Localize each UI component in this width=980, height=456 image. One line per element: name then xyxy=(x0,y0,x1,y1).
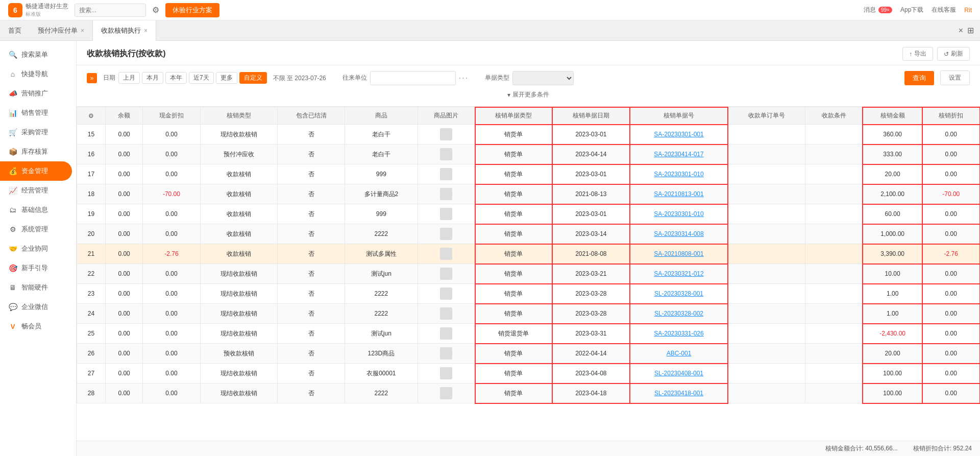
cell-bill-no[interactable]: SA-20230301-001 xyxy=(630,125,728,145)
cell-bill-no[interactable]: SA-20230301-010 xyxy=(630,204,728,224)
cell-bill-no[interactable]: SL-20230418-001 xyxy=(630,383,728,403)
tab-collection[interactable]: 收款核销执行 × xyxy=(93,20,156,41)
cell-order-no xyxy=(728,304,805,324)
cell-bill-date: 2023-04-08 xyxy=(552,364,629,383)
sidebar-item-quicknav[interactable]: ⌂ 快捷导航 xyxy=(0,64,76,84)
filter-toggle-arrow[interactable]: » xyxy=(87,73,97,83)
sidebar: 🔍 搜索菜单 ⌂ 快捷导航 📣 营销推广 📊 销售管理 🛒 采购管理 📦 库存核… xyxy=(0,41,77,456)
billtype-select[interactable] xyxy=(512,71,574,85)
cell-settled: 否 xyxy=(278,244,345,264)
col-header-bill-type: 核销单据类型 xyxy=(475,107,552,125)
tabs-right: × ⊞ xyxy=(959,26,980,35)
tab-prepay[interactable]: 预付冲应付单 × xyxy=(30,20,93,41)
date-btn-7days[interactable]: 近7天 xyxy=(189,72,214,84)
cell-order-no xyxy=(728,164,805,184)
partner-input[interactable] xyxy=(370,71,456,85)
gear-button[interactable]: ⚙ xyxy=(152,5,159,15)
cell-bill-type: 销货单 xyxy=(475,184,552,204)
cell-settled: 否 xyxy=(278,364,345,383)
date-btn-custom[interactable]: 自定义 xyxy=(239,72,267,84)
cell-bill-no[interactable]: SL-20230328-002 xyxy=(630,304,728,324)
cell-type: 现结收款核销 xyxy=(200,383,277,403)
cell-id: 26 xyxy=(77,344,106,364)
cell-pay-cond xyxy=(805,224,863,244)
cell-bill-date: 2023-04-14 xyxy=(552,145,629,164)
cell-id: 16 xyxy=(77,145,106,164)
cell-order-no xyxy=(728,184,805,204)
close-tab-btn[interactable]: × xyxy=(959,26,963,35)
cell-goods-img xyxy=(418,184,475,204)
date-btn-this-year[interactable]: 本年 xyxy=(165,72,187,84)
cell-goods-img xyxy=(418,324,475,344)
cell-bill-no[interactable]: SL-20230328-001 xyxy=(630,284,728,304)
sidebar-item-system[interactable]: ⚙ 系统管理 xyxy=(0,220,76,239)
sidebar-item-operations[interactable]: 📈 经营管理 xyxy=(0,181,76,200)
sidebar-item-inventory[interactable]: 📦 库存核算 xyxy=(0,142,76,161)
cell-bill-date: 2021-08-08 xyxy=(552,244,629,264)
cell-amount: 1.00 xyxy=(863,284,922,304)
cell-amount: 1,000.00 xyxy=(863,224,922,244)
sidebar-item-purchase[interactable]: 🛒 采购管理 xyxy=(0,123,76,142)
tab-home[interactable]: 首页 xyxy=(0,20,30,41)
cell-cash-discount: 0.00 xyxy=(143,224,200,244)
cell-bill-type: 销货单 xyxy=(475,284,552,304)
expand-tab-btn[interactable]: ⊞ xyxy=(967,26,974,35)
sidebar-item-wechat[interactable]: 💬 企业微信 xyxy=(0,297,76,317)
sidebar-item-basicinfo[interactable]: 🗂 基础信息 xyxy=(0,200,76,220)
date-btn-more[interactable]: 更多 xyxy=(216,72,237,84)
cell-goods: 老白干 xyxy=(345,145,418,164)
cell-bill-no[interactable]: SA-20230314-008 xyxy=(630,224,728,244)
sidebar-item-sales[interactable]: 📊 销售管理 xyxy=(0,103,76,123)
logo-badge: 标准版 xyxy=(26,11,68,18)
cell-id: 25 xyxy=(77,324,106,344)
refresh-button[interactable]: ↺ 刷新 xyxy=(937,47,970,61)
cell-goods: 测试jun xyxy=(345,264,418,284)
online-service-link[interactable]: 在线客服 xyxy=(932,6,956,14)
cell-balance: 0.00 xyxy=(105,204,142,224)
date-btn-last-month[interactable]: 上月 xyxy=(118,72,140,84)
tab-collection-close[interactable]: × xyxy=(144,27,148,34)
cell-bill-no[interactable]: SA-20230331-026 xyxy=(630,324,728,344)
message-link[interactable]: 消息 99+ xyxy=(864,6,892,14)
sidebar-item-finance[interactable]: 💰 资金管理 xyxy=(0,161,72,181)
sidebar-item-guide[interactable]: 🎯 新手引导 xyxy=(0,258,76,278)
cell-cash-discount: 0.00 xyxy=(143,164,200,184)
sidebar-item-marketing[interactable]: 📣 营销推广 xyxy=(0,84,76,103)
cell-order-no xyxy=(728,383,805,403)
cell-bill-no[interactable]: SA-20230414-017 xyxy=(630,145,728,164)
cell-bill-no[interactable]: SA-20210808-001 xyxy=(630,244,728,264)
query-button[interactable]: 查询 xyxy=(904,71,934,85)
sidebar-item-search[interactable]: 🔍 搜索菜单 xyxy=(0,45,76,64)
cell-bill-no[interactable]: SA-20210813-001 xyxy=(630,184,728,204)
cell-goods-img xyxy=(418,383,475,403)
cell-type: 现结收款核销 xyxy=(200,284,277,304)
cell-cash-discount: 0.00 xyxy=(143,204,200,224)
cell-bill-no[interactable]: SL-20230408-001 xyxy=(630,364,728,383)
search-input[interactable] xyxy=(75,4,146,17)
col-header-settings[interactable]: ⚙ xyxy=(77,107,106,125)
cell-pay-cond xyxy=(805,244,863,264)
date-btn-this-month[interactable]: 本月 xyxy=(142,72,163,84)
cell-bill-no[interactable]: SA-20230321-012 xyxy=(630,264,728,284)
sidebar-item-hardware[interactable]: 🖥 智能硬件 xyxy=(0,278,76,297)
cell-id: 20 xyxy=(77,224,106,244)
setting-button[interactable]: 设置 xyxy=(940,70,970,85)
cell-bill-no[interactable]: SA-20230301-010 xyxy=(630,164,728,184)
cell-bill-no[interactable]: ABC-001 xyxy=(630,344,728,364)
app-download-link[interactable]: App下载 xyxy=(900,6,923,14)
cell-bill-type: 销货单 xyxy=(475,344,552,364)
search-icon: 🔍 xyxy=(8,50,17,59)
cell-settled: 否 xyxy=(278,324,345,344)
cell-balance: 0.00 xyxy=(105,264,142,284)
tab-prepay-close[interactable]: × xyxy=(81,27,84,34)
partner-dots-button[interactable]: ··· xyxy=(459,74,469,83)
export-button[interactable]: ↑ 导出 xyxy=(902,47,933,61)
sidebar-item-vip[interactable]: V 畅会员 xyxy=(0,317,76,336)
industry-solution-button[interactable]: 休验行业方案 xyxy=(165,3,219,17)
sidebar-item-collab[interactable]: 🤝 企业协同 xyxy=(0,239,76,258)
cell-goods-img xyxy=(418,284,475,304)
cell-balance: 0.00 xyxy=(105,164,142,184)
top-bar-left: 6 畅捷通谱好生意 标准版 ⚙ 休验行业方案 xyxy=(8,2,219,18)
cell-order-no xyxy=(728,364,805,383)
expand-more-btn[interactable]: ▾ 展开更多条件 xyxy=(87,88,970,101)
